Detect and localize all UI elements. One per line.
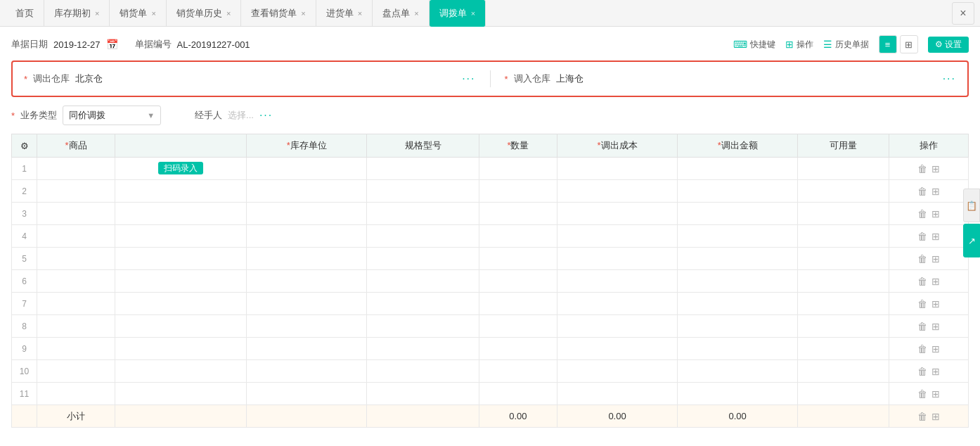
amount-cell[interactable]	[678, 315, 798, 338]
unit-cell[interactable]	[247, 248, 367, 270]
spec-cell[interactable]	[367, 225, 479, 248]
handler-input[interactable]: 选择...	[228, 109, 254, 122]
business-type-select[interactable]: 同价调拨 ▼	[63, 106, 161, 125]
delete-row-button[interactable]: 🗑	[917, 208, 927, 219]
delete-row-button[interactable]: 🗑	[917, 343, 927, 355]
unit-cell[interactable]	[247, 225, 367, 248]
tab-inventory[interactable]: 盘点单 ×	[373, 0, 429, 27]
qty-cell[interactable]	[479, 270, 557, 293]
product-cell[interactable]	[37, 383, 115, 405]
product-cell[interactable]	[37, 180, 115, 203]
delete-row-button[interactable]: 🗑	[917, 366, 927, 377]
amount-cell[interactable]	[678, 248, 798, 270]
delete-row-button[interactable]: 🗑	[917, 298, 927, 310]
qty-cell[interactable]	[479, 338, 557, 360]
cost-cell[interactable]	[557, 338, 677, 360]
copy-subtotal-button[interactable]: ⊞	[931, 411, 940, 422]
copy-row-button[interactable]: ⊞	[931, 186, 940, 197]
tab-close-purchase[interactable]: ×	[358, 9, 362, 18]
amount-cell[interactable]	[678, 180, 798, 203]
in-warehouse-value[interactable]: 上海仓	[556, 72, 584, 85]
delete-row-button[interactable]: 🗑	[917, 276, 927, 287]
amount-cell[interactable]	[678, 203, 798, 225]
copy-row-button[interactable]: ⊞	[931, 298, 940, 310]
amount-cell[interactable]	[678, 270, 798, 293]
tab-close-sales-history[interactable]: ×	[226, 9, 231, 18]
grid-view-button[interactable]: ⊞	[900, 35, 918, 53]
delete-row-button[interactable]: 🗑	[917, 388, 927, 400]
qty-cell[interactable]	[479, 293, 557, 315]
copy-row-button[interactable]: ⊞	[931, 253, 940, 265]
unit-cell[interactable]	[247, 383, 367, 405]
tab-sales-order[interactable]: 销货单 ×	[110, 0, 166, 27]
tab-close-sales-order[interactable]: ×	[151, 9, 155, 18]
unit-cell[interactable]	[247, 360, 367, 383]
amount-cell[interactable]	[678, 360, 798, 383]
in-warehouse-more-button[interactable]: ···	[943, 72, 956, 85]
delete-row-button[interactable]: 🗑	[917, 163, 927, 174]
product-cell[interactable]	[37, 293, 115, 315]
amount-cell[interactable]	[678, 338, 798, 360]
unit-cell[interactable]	[247, 270, 367, 293]
qty-cell[interactable]	[479, 225, 557, 248]
out-warehouse-more-button[interactable]: ···	[462, 72, 475, 85]
product-cell[interactable]	[37, 225, 115, 248]
cost-cell[interactable]	[557, 315, 677, 338]
delete-subtotal-button[interactable]: 🗑	[917, 411, 927, 422]
spec-cell[interactable]	[367, 158, 479, 180]
product-cell[interactable]	[37, 158, 115, 180]
qty-cell[interactable]	[479, 360, 557, 383]
tab-purchase[interactable]: 进货单 ×	[316, 0, 373, 27]
qty-cell[interactable]	[479, 315, 557, 338]
product-cell[interactable]	[37, 248, 115, 270]
qty-cell[interactable]	[479, 248, 557, 270]
calendar-icon[interactable]: 📅	[106, 39, 118, 50]
unit-cell[interactable]	[247, 203, 367, 225]
sidebar-notes-button[interactable]: 📋	[963, 189, 980, 222]
col-gear-header[interactable]: ⚙	[12, 134, 37, 158]
copy-row-button[interactable]: ⊞	[931, 321, 940, 332]
cost-cell[interactable]	[557, 383, 677, 405]
copy-row-button[interactable]: ⊞	[931, 343, 940, 355]
tab-transfer[interactable]: 调拨单 ×	[430, 0, 486, 27]
delete-row-button[interactable]: 🗑	[917, 253, 927, 265]
unit-cell[interactable]	[247, 293, 367, 315]
cost-cell[interactable]	[557, 248, 677, 270]
tab-stock-init[interactable]: 库存期初 ×	[44, 0, 110, 27]
tab-home[interactable]: 首页	[6, 0, 44, 27]
amount-cell[interactable]	[678, 293, 798, 315]
amount-cell[interactable]	[678, 383, 798, 405]
unit-cell[interactable]	[247, 315, 367, 338]
cost-cell[interactable]	[557, 180, 677, 203]
delete-row-button[interactable]: 🗑	[917, 186, 927, 197]
spec-cell[interactable]	[367, 203, 479, 225]
history-button[interactable]: ☰ 历史单据	[823, 39, 869, 51]
handler-more-button[interactable]: ···	[259, 109, 273, 122]
product-cell[interactable]	[37, 315, 115, 338]
unit-cell[interactable]	[247, 158, 367, 180]
spec-cell[interactable]	[367, 293, 479, 315]
tab-close-inventory[interactable]: ×	[414, 9, 418, 18]
cost-cell[interactable]	[557, 225, 677, 248]
delete-row-button[interactable]: 🗑	[917, 231, 927, 242]
tab-sales-history[interactable]: 销货单历史 ×	[167, 0, 241, 27]
unit-cell[interactable]	[247, 338, 367, 360]
qty-cell[interactable]	[479, 158, 557, 180]
tab-close-transfer[interactable]: ×	[471, 9, 475, 18]
cost-cell[interactable]	[557, 158, 677, 180]
copy-row-button[interactable]: ⊞	[931, 208, 940, 219]
cost-cell[interactable]	[557, 360, 677, 383]
product-cell[interactable]	[37, 203, 115, 225]
tab-close-view-sales[interactable]: ×	[301, 9, 305, 18]
spec-cell[interactable]	[367, 270, 479, 293]
sidebar-expand-button[interactable]: ↗	[963, 224, 980, 257]
tab-close-stock-init[interactable]: ×	[95, 9, 99, 18]
qty-cell[interactable]	[479, 383, 557, 405]
amount-cell[interactable]	[678, 158, 798, 180]
copy-row-button[interactable]: ⊞	[931, 163, 940, 174]
qty-cell[interactable]	[479, 203, 557, 225]
cost-cell[interactable]	[557, 203, 677, 225]
spec-cell[interactable]	[367, 315, 479, 338]
product-cell[interactable]	[37, 270, 115, 293]
tab-view-sales[interactable]: 查看销货单 ×	[241, 0, 316, 27]
